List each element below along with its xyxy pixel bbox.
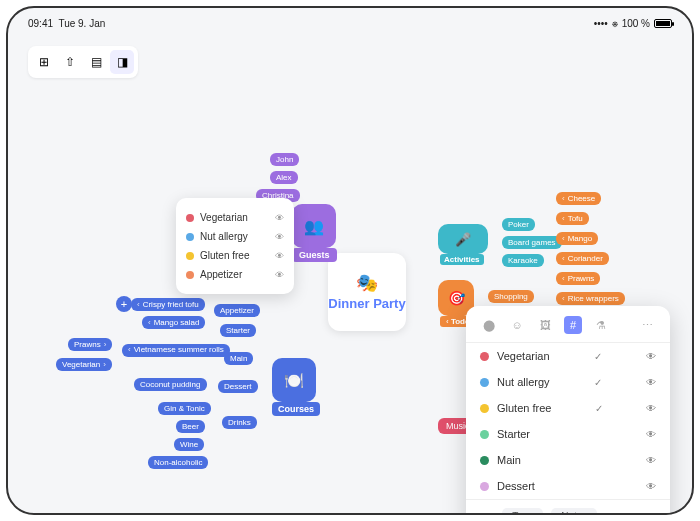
course-appetizer[interactable]: Appetizer (214, 304, 260, 317)
panel-row[interactable]: Starter👁 (466, 421, 670, 447)
item-beer[interactable]: Beer (176, 420, 205, 433)
tag-row[interactable]: Appetizer👁 (186, 265, 284, 284)
eye-icon: 👁 (275, 213, 284, 223)
eye-icon: 👁 (275, 251, 284, 261)
mindmap-canvas[interactable]: 🎭 Dinner Party 👥 Guests John Alex Christ… (8, 8, 692, 513)
panel-tab-filter-icon[interactable]: ⚗ (592, 316, 610, 334)
tag-row[interactable]: Nut allergy👁 (186, 227, 284, 246)
panel-tab-tag-icon[interactable]: ⬤ (480, 316, 498, 334)
activity-node[interactable]: Board games (502, 236, 562, 249)
add-node-icon[interactable]: + (116, 296, 132, 312)
eye-icon: 👁 (646, 377, 656, 388)
guest-node[interactable]: John (270, 153, 299, 166)
activity-node[interactable]: Poker (502, 218, 535, 231)
tags-panel: ⬤ ☺ 🖼 # ⚗ ⋯ Vegetarian✓👁 Nut allergy✓👁 G… (466, 306, 670, 515)
item-veg[interactable]: Vegetarian› (56, 358, 112, 371)
hub-activities-label: Activities (440, 254, 484, 265)
panel-tab-emoji-icon[interactable]: ☺ (508, 316, 526, 334)
collapse-icon[interactable]: ⇥ (648, 510, 658, 516)
hub-courses[interactable]: 🍽️ (272, 358, 316, 402)
item-wine[interactable]: Wine (174, 438, 204, 451)
hub-guests-label: Guests (292, 248, 337, 262)
panel-more-icon[interactable]: ⋯ (638, 316, 656, 334)
eye-icon: 👁 (646, 403, 656, 414)
check-icon: ✓ (594, 377, 602, 388)
item-na[interactable]: Non-alcoholic (148, 456, 208, 469)
hub-guests[interactable]: 👥 (292, 204, 336, 248)
item-gin[interactable]: Gin & Tonic (158, 402, 211, 415)
add-tag-button[interactable]: + (478, 509, 494, 516)
todo-item[interactable]: ‹Mango (556, 232, 598, 245)
guest-node[interactable]: Alex (270, 171, 298, 184)
todo-item[interactable]: ‹Tofu (556, 212, 589, 225)
todo-shopping[interactable]: Shopping (488, 290, 534, 303)
todo-item[interactable]: ‹Coriander (556, 252, 609, 265)
eye-icon: 👁 (275, 232, 284, 242)
eye-icon: 👁 (275, 270, 284, 280)
todo-item[interactable]: ‹Cheese (556, 192, 601, 205)
panel-tab-image-icon[interactable]: 🖼 (536, 316, 554, 334)
tag-row[interactable]: Vegetarian👁 (186, 208, 284, 227)
mask-icon: 🎭 (356, 272, 378, 294)
todo-item[interactable]: ‹Rice wrappers (556, 292, 625, 305)
panel-row[interactable]: Gluten free✓👁 (466, 395, 670, 421)
course-dessert[interactable]: Dessert (218, 380, 258, 393)
item-mango[interactable]: ‹Mango salad (142, 316, 205, 329)
activity-node[interactable]: Karaoke (502, 254, 544, 267)
item-tofu[interactable]: ‹Crispy fried tofu (131, 298, 205, 311)
tags-tab[interactable]: Tags (502, 508, 543, 515)
panel-row[interactable]: Main👁 (466, 447, 670, 473)
panel-row[interactable]: Nut allergy✓👁 (466, 369, 670, 395)
eye-icon: 👁 (646, 351, 656, 362)
item-prawns[interactable]: Prawns› (68, 338, 112, 351)
eye-icon: 👁 (646, 455, 656, 466)
tag-row[interactable]: Gluten free👁 (186, 246, 284, 265)
panel-tab-hash-icon[interactable]: # (564, 316, 582, 334)
item-pudding[interactable]: Coconut pudding (134, 378, 207, 391)
item-rolls[interactable]: ‹Vietnamese summer rolls (122, 344, 230, 357)
tag-popup: Vegetarian👁 Nut allergy👁 Gluten free👁 Ap… (176, 198, 294, 294)
center-node[interactable]: 🎭 Dinner Party (328, 253, 406, 331)
course-drinks[interactable]: Drinks (222, 416, 257, 429)
notes-tab[interactable]: Notes (551, 508, 597, 515)
panel-row[interactable]: Dessert👁 (466, 473, 670, 499)
eye-icon: 👁 (646, 429, 656, 440)
check-icon: ✓ (595, 403, 603, 414)
hub-activities[interactable]: 🎤 (438, 224, 488, 254)
check-icon: ✓ (594, 351, 602, 362)
eye-icon: 👁 (646, 481, 656, 492)
hub-courses-label: Courses (272, 402, 320, 416)
course-starter[interactable]: Starter (220, 324, 256, 337)
panel-row[interactable]: Vegetarian✓👁 (466, 343, 670, 369)
center-title: Dinner Party (328, 296, 405, 312)
todo-item[interactable]: ‹Prawns (556, 272, 600, 285)
